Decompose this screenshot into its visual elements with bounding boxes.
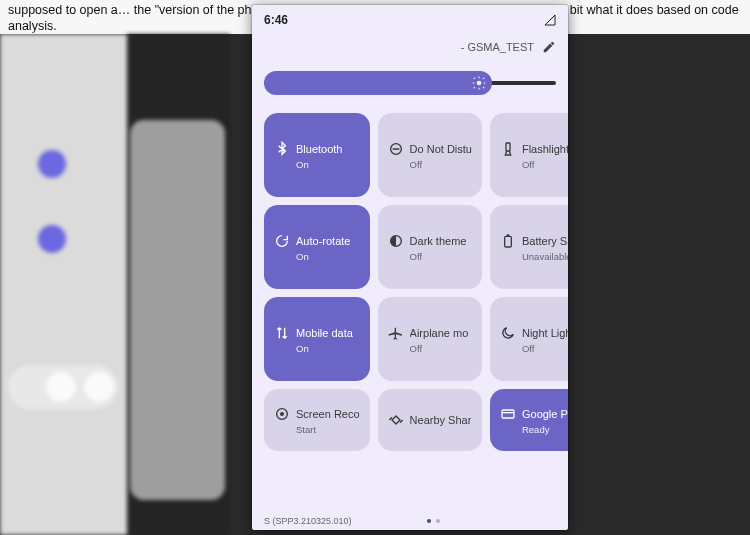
phone-quick-settings: 6:46 - GSMA_TEST BluetoothOnDo Not Distu… <box>252 5 568 530</box>
qs-tile-bluetooth[interactable]: BluetoothOn <box>264 113 370 197</box>
qs-tile-screenrec[interactable]: Screen RecoStart <box>264 389 370 451</box>
qs-tile-battery[interactable]: Battery SaveUnavailable <box>490 205 568 289</box>
background-dot <box>38 150 66 178</box>
carrier-label: - GSMA_TEST <box>461 41 534 53</box>
qs-tile-label: Night Light <box>522 327 568 339</box>
background-left-card <box>130 120 225 500</box>
qs-tile-flashlight[interactable]: FlashlightOff <box>490 113 568 197</box>
qs-tile-gpay[interactable]: Google PayReady <box>490 389 568 451</box>
qs-tile-label: Do Not Distu <box>410 143 472 155</box>
qs-tile-subtitle: Unavailable <box>522 251 568 262</box>
signal-icon <box>544 14 556 26</box>
qs-tile-label: Battery Save <box>522 235 568 247</box>
page-indicator[interactable] <box>352 519 516 523</box>
qs-tile-mobiledata[interactable]: Mobile dataOn <box>264 297 370 381</box>
data-icon <box>274 325 290 341</box>
qs-tile-label: Airplane mo <box>410 327 469 339</box>
svg-line-7 <box>483 78 484 79</box>
build-label: S (SPP3.210325.010) <box>264 516 352 526</box>
qs-tile-dnd[interactable]: Do Not DistuOff <box>378 113 482 197</box>
qs-tile-subtitle: Start <box>296 424 360 435</box>
page-dot <box>427 519 431 523</box>
qs-tile-grid: BluetoothOnDo Not DistuOffFlashlightOffA… <box>252 113 568 451</box>
qs-tile-airplane[interactable]: Airplane moOff <box>378 297 482 381</box>
qs-footer: S (SPP3.210325.010) <box>252 510 568 530</box>
svg-rect-14 <box>507 234 510 236</box>
svg-point-16 <box>280 412 284 416</box>
qs-tile-nearby[interactable]: Nearby Shar <box>378 389 482 451</box>
rotate-icon <box>274 233 290 249</box>
dark-icon <box>388 233 404 249</box>
svg-rect-17 <box>502 410 514 418</box>
dnd-icon <box>388 141 404 157</box>
batt-icon <box>500 233 516 249</box>
qs-tile-subtitle: Off <box>522 343 568 354</box>
svg-point-0 <box>476 81 481 86</box>
svg-line-8 <box>474 87 475 88</box>
qs-tile-subtitle: Off <box>522 159 568 170</box>
qs-tile-subtitle: Ready <box>522 424 568 435</box>
bt-icon <box>274 141 290 157</box>
qs-tile-subtitle: On <box>296 343 360 354</box>
moon-icon <box>500 325 516 341</box>
qs-tile-subtitle: On <box>296 251 360 262</box>
background-dot <box>38 225 66 253</box>
svg-rect-13 <box>505 236 512 247</box>
qs-tile-subtitle: Off <box>410 251 472 262</box>
edit-icon[interactable] <box>542 40 556 54</box>
qs-tile-autorotate[interactable]: Auto-rotateOn <box>264 205 370 289</box>
svg-rect-11 <box>506 143 510 151</box>
page-dot <box>436 519 440 523</box>
qs-tile-label: Bluetooth <box>296 143 342 155</box>
background-circle <box>84 372 114 402</box>
brightness-icon <box>472 76 486 90</box>
card-icon <box>500 406 516 422</box>
qs-tile-label: Nearby Shar <box>410 414 472 426</box>
flash-icon <box>500 141 516 157</box>
qs-tile-label: Screen Reco <box>296 408 360 420</box>
brightness-fill <box>264 71 492 95</box>
svg-line-5 <box>474 78 475 79</box>
svg-line-6 <box>483 87 484 88</box>
qs-tile-label: Dark theme <box>410 235 467 247</box>
carrier-bar: - GSMA_TEST <box>252 35 568 59</box>
qs-tile-label: Auto-rotate <box>296 235 350 247</box>
qs-tile-subtitle: Off <box>410 159 472 170</box>
statusbar-time: 6:46 <box>264 13 288 27</box>
qs-tile-label: Google Pay <box>522 408 568 420</box>
qs-tile-label: Mobile data <box>296 327 353 339</box>
qs-tile-subtitle: Off <box>410 343 472 354</box>
qs-tile-subtitle: On <box>296 159 360 170</box>
statusbar: 6:46 <box>252 5 568 35</box>
brightness-slider-row <box>264 69 556 97</box>
qs-tile-nightlight[interactable]: Night LightOff <box>490 297 568 381</box>
qs-tile-darktheme[interactable]: Dark themeOff <box>378 205 482 289</box>
qs-tile-label: Flashlight <box>522 143 568 155</box>
rec-icon <box>274 406 290 422</box>
nearby-icon <box>388 412 404 428</box>
plane-icon <box>388 325 404 341</box>
background-circle <box>46 372 76 402</box>
brightness-slider[interactable] <box>264 71 556 95</box>
